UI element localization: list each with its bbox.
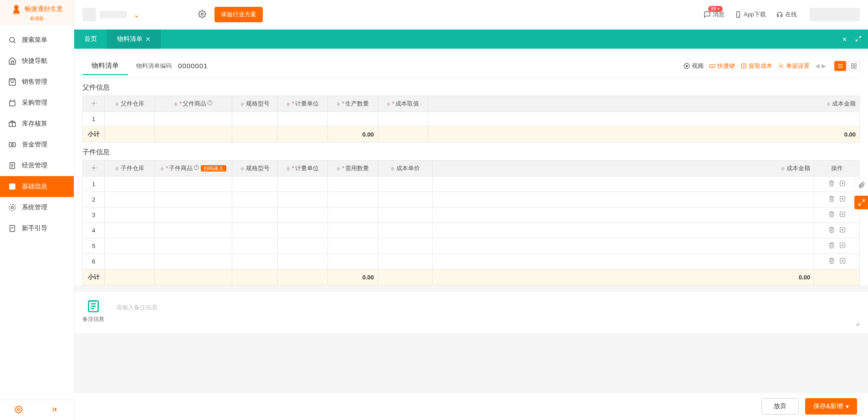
- child-col-unit-cost[interactable]: 成本单价: [378, 161, 433, 177]
- sidebar-item-label: 经营管理: [22, 162, 47, 170]
- sidebar-item-0[interactable]: 搜索菜单: [0, 30, 74, 51]
- org-selector[interactable]: ⌄: [82, 8, 196, 21]
- chevron-down-icon[interactable]: ⌄: [131, 10, 142, 19]
- tab-home[interactable]: 首页: [74, 30, 107, 49]
- notes-input[interactable]: [113, 299, 860, 326]
- table-row[interactable]: 1: [83, 177, 860, 192]
- sidebar-item-7[interactable]: 基础信息: [0, 176, 74, 197]
- scan-badge[interactable]: 扫码录入: [201, 165, 226, 172]
- tab-bom[interactable]: 物料清单 ✕: [107, 30, 161, 49]
- svg-point-0: [14, 5, 19, 10]
- parent-col-cost-amount[interactable]: 成本金额: [428, 96, 860, 112]
- cta-button[interactable]: 体验行业方案: [214, 7, 263, 22]
- child-col-cost-amount[interactable]: 成本金额: [433, 161, 814, 177]
- attachment-icon[interactable]: [854, 178, 868, 192]
- child-table: 子件仓库 *子件商品扫码录入 规格型号 *计量单位 *需用数量 成本单价 成本金…: [82, 160, 860, 285]
- brand-edition: 标准版: [30, 15, 44, 22]
- add-row-icon[interactable]: [839, 180, 846, 188]
- child-col-config[interactable]: [83, 161, 105, 177]
- svg-line-25: [859, 36, 861, 38]
- help-icon[interactable]: [194, 165, 199, 170]
- add-row-icon[interactable]: [839, 258, 846, 265]
- child-col-need-qty[interactable]: *需用数量: [328, 161, 378, 177]
- extract-cost-link[interactable]: 提取成本: [740, 62, 772, 70]
- add-row-icon[interactable]: [839, 242, 846, 250]
- svg-marker-73: [337, 169, 340, 171]
- discard-button[interactable]: 放弃: [761, 398, 799, 415]
- table-row[interactable]: 1: [83, 112, 860, 127]
- messages-button[interactable]: 99 + 消息: [704, 10, 725, 19]
- help-icon[interactable]: [207, 100, 213, 106]
- table-row[interactable]: 5: [83, 238, 860, 254]
- add-row-icon[interactable]: [839, 227, 846, 234]
- add-row-icon[interactable]: [839, 196, 846, 203]
- fullscreen-icon[interactable]: [853, 33, 864, 46]
- svg-rect-42: [852, 66, 853, 68]
- expand-icon[interactable]: [854, 196, 868, 209]
- sidebar-item-label: 资金管理: [22, 141, 47, 149]
- close-icon[interactable]: ✕: [145, 35, 151, 43]
- svg-rect-4: [10, 101, 15, 106]
- table-row[interactable]: 2: [83, 192, 860, 207]
- close-tab-icon[interactable]: ✕: [839, 33, 850, 46]
- parent-col-qty[interactable]: *生产数量: [328, 96, 378, 112]
- child-col-warehouse[interactable]: 子件仓库: [105, 161, 155, 177]
- sidebar-item-8[interactable]: 系统管理: [0, 197, 74, 218]
- table-row[interactable]: 4: [83, 223, 860, 238]
- gear-icon: [91, 165, 97, 171]
- hotkey-link[interactable]: 快捷键: [709, 62, 735, 70]
- org-settings-icon[interactable]: [196, 8, 208, 21]
- svg-rect-40: [852, 63, 853, 65]
- logo[interactable]: 畅捷通好生意 标准版: [0, 0, 74, 25]
- box-icon: [8, 120, 16, 128]
- add-row-icon[interactable]: [839, 211, 846, 219]
- delete-row-icon[interactable]: [828, 180, 835, 188]
- sidebar-item-label: 搜索菜单: [22, 36, 47, 44]
- delete-row-icon[interactable]: [828, 196, 835, 203]
- support-button[interactable]: 在线: [776, 10, 797, 19]
- parent-col-spec[interactable]: 规格型号: [232, 96, 278, 112]
- page-head: 物料清单 物料清单编码 0000001 视频 快捷键: [82, 53, 860, 78]
- table-row[interactable]: 3: [83, 207, 860, 223]
- list-view-toggle[interactable]: [834, 61, 846, 71]
- child-section-title: 子件信息: [82, 142, 860, 160]
- parent-col-unit[interactable]: *计量单位: [278, 96, 328, 112]
- sidebar-item-6[interactable]: 经营管理: [0, 155, 74, 176]
- sidebar-item-5[interactable]: 资金管理: [0, 134, 74, 155]
- delete-row-icon[interactable]: [828, 211, 835, 219]
- child-col-product[interactable]: *子件商品扫码录入: [155, 161, 232, 177]
- child-col-unit[interactable]: *计量单位: [278, 161, 328, 177]
- svg-point-67: [196, 168, 197, 169]
- collapse-sidebar-icon[interactable]: [51, 405, 60, 415]
- prev-record-icon[interactable]: ◀: [815, 62, 820, 69]
- child-col-spec[interactable]: 规格型号: [232, 161, 278, 177]
- child-col-ops: 操作: [814, 161, 860, 177]
- video-link[interactable]: 视频: [684, 62, 704, 70]
- app-download-button[interactable]: App下载: [735, 10, 766, 19]
- svg-marker-56: [337, 104, 340, 106]
- svg-line-2: [14, 41, 15, 43]
- page-tab-bom[interactable]: 物料清单: [82, 57, 128, 75]
- grid-view-toggle[interactable]: [848, 61, 860, 71]
- settings-icon[interactable]: [15, 405, 23, 415]
- svg-marker-65: [160, 169, 164, 171]
- delete-row-icon[interactable]: [828, 258, 835, 265]
- parent-col-config[interactable]: [83, 96, 105, 112]
- sidebar-item-9[interactable]: 新手引导: [0, 218, 74, 239]
- config-link[interactable]: 单据设置: [778, 62, 810, 70]
- sidebar-item-1[interactable]: 快捷导航: [0, 51, 74, 71]
- delete-row-icon[interactable]: [828, 227, 835, 234]
- next-record-icon[interactable]: ▶: [822, 62, 826, 69]
- user-avatar[interactable]: [810, 8, 860, 21]
- parent-col-product[interactable]: *父件商品: [155, 96, 232, 112]
- sidebar-item-4[interactable]: 库存核算: [0, 113, 74, 134]
- main: ⌄ 体验行业方案 99 + 消息 App下载 在线: [74, 0, 868, 420]
- parent-col-cost-method[interactable]: *成本取值: [378, 96, 428, 112]
- page-title: 物料清单: [92, 61, 119, 69]
- save-new-button[interactable]: 保存&新增 ▾: [805, 398, 857, 415]
- table-row[interactable]: 6: [83, 254, 860, 269]
- sidebar-item-3[interactable]: 采购管理: [0, 92, 74, 113]
- delete-row-icon[interactable]: [828, 242, 835, 250]
- sidebar-item-2[interactable]: 销售管理: [0, 71, 74, 92]
- parent-col-warehouse[interactable]: 父件仓库: [105, 96, 155, 112]
